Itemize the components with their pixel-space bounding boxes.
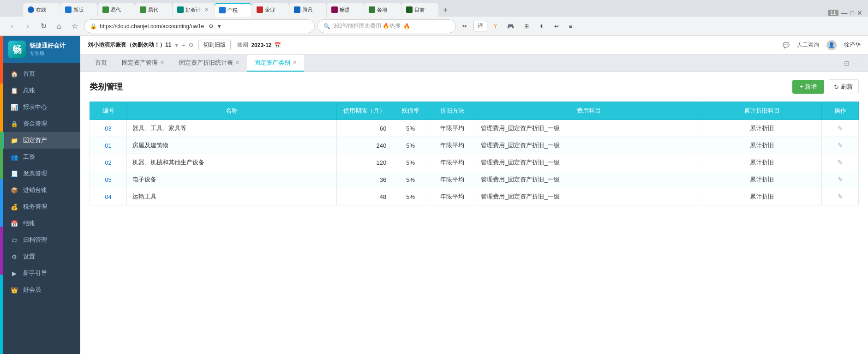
sidebar-item-tax[interactable]: 💰 税务管理 — [3, 198, 80, 215]
customer-service-label[interactable]: 人工咨询 — [797, 41, 819, 49]
add-company-icon[interactable]: + — [182, 42, 186, 49]
settings-gear-icon[interactable]: ⚙ — [188, 42, 194, 48]
logo-main-text: 畅捷通好会计 — [30, 42, 66, 50]
sidebar-item-checkout[interactable]: 📅 结账 — [3, 215, 80, 232]
search-text: 360智能抠图免费用 🔥热搜 — [333, 22, 401, 30]
browser-tab-yidai1[interactable]: 易代 — [98, 3, 135, 17]
customer-service-icon[interactable]: 💬 — [783, 42, 790, 48]
gear-icon: ⚙ — [10, 253, 18, 260]
tab-count-badge: 11 — [828, 10, 838, 16]
edit-cell[interactable]: ✎ — [822, 154, 859, 171]
edit-cell[interactable]: ✎ — [822, 188, 859, 205]
cell-0[interactable]: 04 — [90, 188, 127, 205]
toolbar-game[interactable]: 🎮 — [503, 22, 518, 30]
browser-tab-yidai2[interactable]: 易代 — [135, 3, 172, 17]
company-name: 刘小艳演示账套（勿删勿动！）11 — [88, 41, 171, 49]
toolbar-translate[interactable]: 译 — [473, 21, 487, 31]
browser-tab-haokuaiji[interactable]: 好会计 ✕ — [173, 3, 214, 17]
tab-icon — [28, 6, 34, 13]
refresh-button[interactable]: ↻ 刷新 — [828, 79, 859, 94]
sidebar-item-report[interactable]: 📊 报表中心 — [3, 99, 80, 115]
url-bar[interactable]: 🔒 https://cloud.chanjet.com/accounting/u… — [84, 19, 315, 33]
sidebar-item-invoice[interactable]: 🧾 发票管理 — [3, 165, 80, 182]
table-row: 03器具、工具、家具等605%年限平均管理费用_固定资产折旧_一级累计折旧✎ — [90, 120, 859, 137]
browser-tab-muqian[interactable]: 目前 — [401, 3, 438, 17]
dropdown-arrow-icon[interactable]: ▼ — [174, 42, 179, 48]
window-minimize-icon[interactable]: — — [841, 9, 848, 17]
edit-cell[interactable]: ✎ — [822, 137, 859, 154]
sidebar-item-label: 进销台账 — [23, 186, 47, 194]
cell-0[interactable]: 05 — [90, 171, 127, 188]
toolbar-sun[interactable]: ☀ — [535, 22, 548, 30]
cell-6: 累计折旧 — [702, 120, 821, 137]
page-title: 类别管理 — [90, 81, 123, 92]
cell-3: 5% — [392, 188, 429, 205]
browser-tab-xinban[interactable]: 新版 — [60, 3, 97, 17]
cell-0[interactable]: 02 — [90, 154, 127, 171]
nav-back-button[interactable]: ‹ — [6, 20, 18, 33]
minimize-icon[interactable]: — — [852, 60, 859, 67]
cell-6: 累计折旧 — [702, 154, 821, 171]
cell-0[interactable]: 01 — [90, 137, 127, 154]
window-close-icon[interactable]: ✕ — [857, 9, 862, 17]
page-content: 类别管理 + 新增 ↻ 刷新 编号 名称 使用期限（月） — [80, 72, 868, 354]
switch-version-btn[interactable]: 切到旧版 — [198, 40, 231, 50]
toolbar-grid[interactable]: ⊞ — [521, 22, 533, 30]
browser-tab-gedi[interactable]: 各地 — [364, 3, 401, 17]
edit-cell[interactable]: ✎ — [822, 120, 859, 137]
sidebar-item-home[interactable]: 🏠 首页 — [3, 66, 80, 82]
cell-5: 管理费用_固定资产折旧_一级 — [475, 188, 702, 205]
tab-label: 各地 — [377, 6, 387, 13]
nav-reload-button[interactable]: ↻ — [37, 20, 50, 33]
edit-cell[interactable]: ✎ — [822, 171, 859, 188]
nav-forward-button[interactable]: › — [21, 20, 34, 33]
refresh-label: 刷新 — [841, 83, 853, 91]
tab-close-icon[interactable]: ✕ — [235, 60, 239, 66]
browser-tab-qiye[interactable]: 企业 — [252, 3, 289, 17]
maximize-icon[interactable]: ⊡ — [844, 60, 850, 67]
toolbar-coins[interactable]: ¥ — [490, 22, 501, 30]
sidebar-item-salary[interactable]: 👥 工资 — [3, 149, 80, 165]
sidebar-item-archive[interactable]: 🗂 归档管理 — [3, 232, 80, 248]
nav-home-button[interactable]: ⌂ — [53, 20, 66, 33]
tab-new-button[interactable]: + — [439, 4, 452, 17]
browser-tab-tengxun[interactable]: 腾讯 — [289, 3, 326, 17]
toolbar-scissors[interactable]: ✂ — [459, 22, 471, 30]
tab-depreciation-table[interactable]: 固定资产折旧统计表 ✕ — [172, 55, 247, 72]
toolbar-menu[interactable]: ≡ — [565, 22, 576, 30]
cell-0[interactable]: 03 — [90, 120, 127, 137]
sidebar-item-membership[interactable]: 👑 好会员 — [3, 282, 80, 298]
tab-fixed-asset-mgmt[interactable]: 固定资产管理 ✕ — [114, 55, 172, 72]
cell-1: 器具、工具、家具等 — [127, 120, 337, 137]
calendar-icon[interactable]: 📅 — [274, 42, 281, 48]
browser-tab-geshuei[interactable]: 个税 — [215, 3, 251, 17]
sidebar-item-tutorial[interactable]: ▶ 新手引导 — [3, 265, 80, 282]
window-maximize-icon[interactable]: □ — [850, 9, 854, 17]
browser-tab-zaixian[interactable]: 在线 — [23, 3, 60, 17]
tab-close-icon[interactable]: ✕ — [160, 60, 164, 66]
receipt-icon: 🧾 — [10, 170, 18, 177]
table-row: 01房屋及建筑物2405%年限平均管理费用_固定资产折旧_一级累计折旧✎ — [90, 137, 859, 154]
browser-tab-changti[interactable]: 畅提 — [327, 3, 364, 17]
tab-home[interactable]: 首页 — [88, 55, 114, 72]
money-icon: 💰 — [10, 204, 18, 210]
nav-star-button[interactable]: ☆ — [68, 20, 81, 33]
cell-2: 120 — [337, 154, 392, 171]
tab-close-icon[interactable]: ✕ — [293, 60, 297, 66]
dropdown-arrow-icon[interactable]: ▼ — [216, 23, 222, 30]
search-bar[interactable]: 🔍 360智能抠图免费用 🔥热搜 🔥 — [317, 19, 456, 33]
browser-menu-icon[interactable]: ⚙ — [209, 23, 214, 30]
tab-label: 固定资产管理 — [122, 59, 158, 67]
url-text: https://cloud.chanjet.com/accounting/uw1… — [100, 23, 204, 30]
page-tabs-bar: 首页 固定资产管理 ✕ 固定资产折旧统计表 ✕ 固定资产类别 ✕ ⊡ — — [80, 54, 868, 72]
sidebar-item-zonzhang[interactable]: 📋 总账 — [3, 82, 80, 99]
sidebar-item-fixed-assets[interactable]: 📁 固定资产 — [3, 132, 80, 149]
tab-asset-category[interactable]: 固定资产类别 ✕ — [247, 55, 304, 72]
sidebar-item-sales[interactable]: 📦 进销台账 — [3, 182, 80, 198]
toolbar-undo[interactable]: ↩ — [551, 22, 563, 30]
sidebar-item-funds[interactable]: 🔒 资金管理 — [3, 115, 80, 132]
sidebar-item-settings[interactable]: ⚙ 设置 — [3, 248, 80, 265]
ssl-lock-icon: 🔒 — [90, 23, 97, 30]
tab-close-icon[interactable]: ✕ — [204, 7, 209, 13]
add-new-button[interactable]: + 新增 — [792, 80, 824, 94]
